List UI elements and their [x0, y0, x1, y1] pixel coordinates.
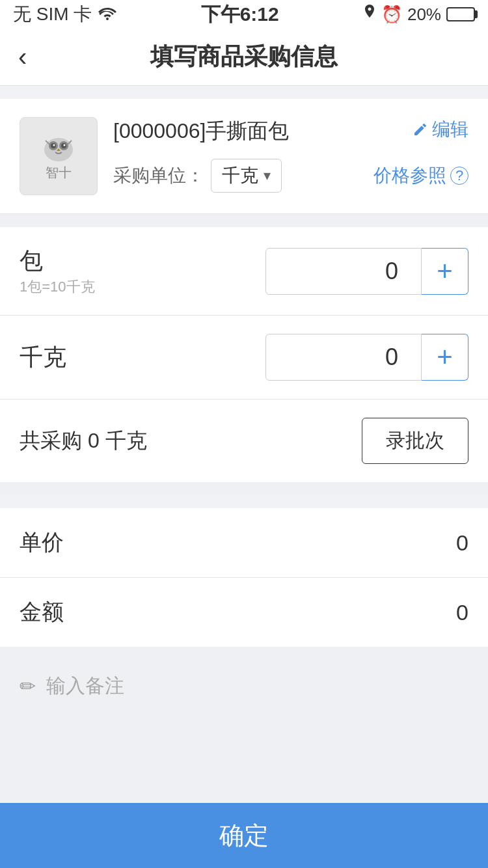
bao-sub-label: 1包=10千克 — [20, 277, 95, 297]
product-info: [0000006]手撕面包 编辑 采购单位： 千克 ▾ 价格参照 ? — [113, 117, 468, 193]
status-right: ⏰ 20% — [363, 5, 475, 25]
unit-select[interactable]: 千克 ▾ — [211, 159, 282, 193]
amount-value: 0 — [456, 600, 468, 625]
bao-row: 包 1包=10千克 + — [0, 227, 488, 316]
battery-icon — [446, 7, 475, 21]
bao-plus-button[interactable]: + — [422, 248, 468, 295]
unit-price-label: 单价 — [20, 528, 64, 558]
svg-point-6 — [64, 144, 66, 146]
page-title: 填写商品采购信息 — [150, 41, 338, 73]
section-divider-1 — [0, 214, 488, 227]
svg-point-5 — [53, 144, 55, 146]
bao-input[interactable] — [265, 248, 422, 295]
kg-input-wrap: + — [85, 334, 468, 381]
kg-label: 千克 — [20, 342, 85, 373]
remark-placeholder: 输入备注 — [46, 673, 124, 699]
summary-row: 共采购 0 千克 录批次 — [0, 400, 488, 482]
unit-price-value: 0 — [456, 530, 468, 556]
back-button[interactable]: ‹ — [18, 42, 27, 72]
nav-bar: ‹ 填写商品采购信息 — [0, 29, 488, 86]
edit-button[interactable]: 编辑 — [413, 117, 468, 142]
product-card: 智十 [0000006]手撕面包 编辑 采购单位： 千克 ▾ — [0, 99, 488, 214]
remark-section[interactable]: ✏ 输入备注 — [0, 647, 488, 725]
kg-plus-button[interactable]: + — [422, 334, 468, 381]
brand-label: 智十 — [46, 164, 72, 182]
input-section: 包 1包=10千克 + 千克 + — [0, 227, 488, 400]
unit-price-row: 单价 0 — [0, 508, 488, 578]
confirm-button[interactable]: 确定 — [0, 803, 488, 868]
alarm-icon: ⏰ — [381, 5, 402, 25]
product-image: 智十 — [20, 117, 98, 195]
battery-pct: 20% — [407, 5, 441, 25]
kg-row: 千克 + — [0, 316, 488, 400]
status-left: 无 SIM 卡 — [13, 2, 116, 27]
batch-button[interactable]: 录批次 — [362, 418, 468, 464]
amount-label: 金额 — [20, 597, 64, 627]
dropdown-arrow-icon: ▾ — [264, 167, 271, 184]
bao-input-wrap: + — [95, 248, 468, 295]
location-icon — [363, 5, 376, 25]
unit-label: 采购单位： — [113, 163, 204, 188]
time-label: 下午6:12 — [201, 1, 279, 28]
amount-row: 金额 0 — [0, 578, 488, 647]
wifi-icon — [98, 4, 116, 25]
section-divider-2 — [0, 482, 488, 495]
price-ref-button[interactable]: 价格参照 ? — [373, 163, 468, 188]
status-bar: 无 SIM 卡 下午6:12 ⏰ 20% — [0, 0, 488, 29]
summary-text: 共采购 0 千克 — [20, 427, 147, 455]
kg-input[interactable] — [265, 334, 422, 381]
bao-label: 包 — [20, 245, 95, 277]
carrier-label: 无 SIM 卡 — [13, 2, 92, 27]
product-name: [0000006]手撕面包 — [113, 117, 289, 146]
pencil-icon: ✏ — [20, 675, 36, 698]
info-icon: ? — [450, 167, 468, 185]
price-section: 单价 0 金额 0 — [0, 508, 488, 647]
